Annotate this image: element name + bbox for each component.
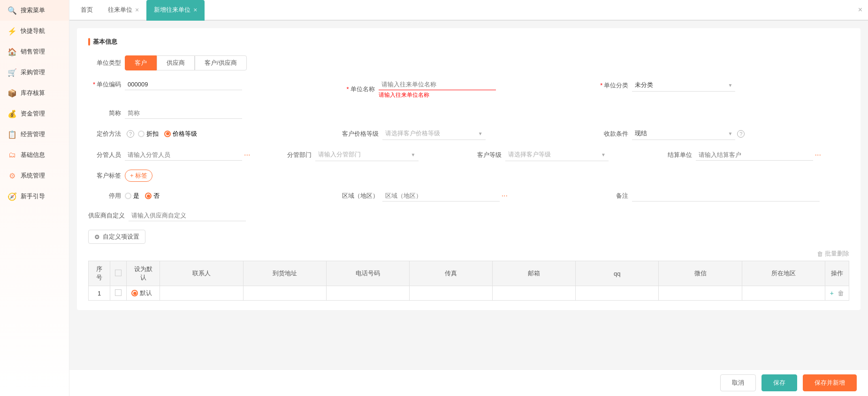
sidebar-item-quick-nav[interactable]: ⚡ 快捷导航 (0, 21, 69, 41)
sidebar-label-sales: 销售管理 (21, 47, 45, 56)
unit-name-error: 请输入往来单位名称 (379, 91, 596, 99)
search-icon: 🔍 (8, 6, 17, 15)
sidebar-item-basic-info[interactable]: 🗂 基础信息 (0, 145, 69, 165)
row-action: + 🗑 (825, 286, 849, 301)
region-table-input[interactable] (747, 290, 820, 297)
row-index: 1 (89, 286, 110, 301)
section-title-icon (88, 38, 90, 46)
qq-input[interactable] (580, 290, 654, 297)
manager-input[interactable] (125, 149, 242, 161)
custom-settings-btn[interactable]: ⚙ 自定义项设置 (88, 230, 145, 244)
batch-delete-icon: 🗑 (817, 250, 823, 257)
customer-level-select[interactable]: 请选择客户等级 ▼ (505, 148, 609, 161)
row-qq[interactable] (576, 286, 659, 301)
region-input[interactable] (382, 190, 500, 202)
unit-name-input[interactable] (379, 79, 496, 90)
select-all-checkbox[interactable] (115, 270, 122, 276)
email-input[interactable] (497, 290, 571, 297)
add-tag-label: + 标签 (130, 171, 147, 180)
phone-input[interactable] (331, 290, 404, 297)
row-wechat[interactable] (659, 286, 742, 301)
sidebar-item-inventory[interactable]: 📦 库存核算 (0, 83, 69, 103)
abbreviation-label: 简称 (88, 109, 121, 117)
col-wechat: 微信 (659, 261, 742, 286)
department-label: 分管部门 (279, 151, 312, 159)
customer-price-level-select[interactable]: 请选择客户价格等级 ▼ (382, 127, 486, 140)
disabled-radio-no[interactable]: 否 (145, 192, 160, 200)
sidebar-label-purchase: 采购管理 (21, 68, 45, 77)
payment-help-icon[interactable]: ? (737, 130, 745, 138)
row-checkbox[interactable] (110, 286, 127, 301)
department-select[interactable]: 请输入分管部门 ▼ (315, 148, 419, 161)
pricing-radio-discount-label: 折扣 (146, 130, 159, 138)
sidebar-item-system[interactable]: ⚙ 系统管理 (0, 165, 69, 186)
settlement-input[interactable] (696, 149, 813, 161)
save-button[interactable]: 保存 (761, 374, 797, 391)
sidebar-item-finance[interactable]: 💰 资金管理 (0, 103, 69, 124)
sidebar-item-search[interactable]: 🔍 搜索菜单 (0, 0, 69, 21)
batch-delete-label[interactable]: 批量删除 (825, 249, 849, 258)
row-action-icons: + 🗑 (830, 289, 844, 297)
tab-bar: 首页 往来单位 × 新增往来单位 × × (69, 0, 868, 21)
region-more-btn[interactable]: ··· (502, 192, 508, 200)
sidebar-item-operations[interactable]: 📋 经营管理 (0, 124, 69, 145)
payment-terms-select[interactable]: 现结 ▼ (632, 127, 735, 140)
tab-partners-close[interactable]: × (135, 7, 139, 13)
fax-input[interactable] (414, 290, 487, 297)
save-and-add-button[interactable]: 保存并新增 (803, 374, 857, 391)
pricing-help-icon[interactable]: ? (127, 130, 134, 138)
main-area: 首页 往来单位 × 新增往来单位 × × 基本信息 单位类型 客户 (69, 0, 868, 396)
unit-name-field: 单位名称 请输入往来单位名称 (342, 79, 596, 99)
manager-field: 分管人员 ··· (88, 149, 279, 161)
tab-new-partner-label: 新增往来单位 (154, 6, 190, 14)
unit-code-field: 单位编码 (88, 79, 342, 90)
code-name-category-row: 单位编码 单位名称 请输入往来单位名称 单位分类 未分类 (88, 79, 849, 99)
unit-code-input[interactable] (125, 79, 242, 90)
supplier-custom-input[interactable] (129, 210, 246, 221)
unit-type-btn-customer[interactable]: 客户 (125, 55, 157, 70)
pricing-radio-level[interactable]: 价格等级 (164, 130, 197, 138)
purchase-icon: 🛒 (8, 68, 17, 77)
add-row-icon[interactable]: + (830, 289, 834, 297)
add-tag-btn[interactable]: + 标签 (125, 170, 152, 182)
manager-more-btn[interactable]: ··· (244, 151, 250, 159)
supplier-custom-row: 供应商自定义 (88, 210, 849, 221)
unit-type-btn-supplier[interactable]: 供应商 (157, 55, 195, 70)
delete-row-icon[interactable]: 🗑 (838, 289, 844, 297)
tab-partners[interactable]: 往来单位 × (100, 0, 146, 21)
abbreviation-field: 简称 (88, 108, 849, 119)
row-phone[interactable] (326, 286, 409, 301)
sidebar-item-guide[interactable]: 🧭 新手引导 (0, 186, 69, 207)
tab-new-partner-close[interactable]: × (193, 7, 197, 13)
wechat-input[interactable] (663, 290, 737, 297)
col-action: 操作 (825, 261, 849, 286)
remarks-input[interactable] (632, 190, 820, 202)
window-close-icon[interactable]: × (858, 6, 862, 14)
price-level-dropdown-icon: ▼ (478, 131, 483, 136)
address-input[interactable] (248, 290, 321, 297)
disabled-radio-yes[interactable]: 是 (125, 192, 139, 200)
unit-category-select[interactable]: 未分类 ▼ (632, 79, 735, 92)
default-radio[interactable]: 默认 (131, 289, 155, 297)
disabled-label: 停用 (88, 192, 121, 200)
sales-icon: 🏠 (8, 47, 17, 56)
row-checkbox-item[interactable] (115, 289, 122, 296)
inventory-icon: 📦 (8, 88, 17, 98)
row-email[interactable] (493, 286, 576, 301)
abbreviation-input[interactable] (125, 108, 242, 119)
cancel-button[interactable]: 取消 (720, 374, 756, 391)
basic-info-icon: 🗂 (8, 150, 17, 160)
settlement-more-btn[interactable]: ··· (815, 151, 821, 159)
pricing-radio-discount-circle (138, 131, 145, 137)
row-fax[interactable] (409, 286, 492, 301)
contact-input[interactable] (165, 290, 238, 297)
tab-new-partner[interactable]: 新增往来单位 × (146, 0, 205, 21)
row-region[interactable] (742, 286, 825, 301)
sidebar-item-purchase[interactable]: 🛒 采购管理 (0, 62, 69, 83)
row-address[interactable] (243, 286, 326, 301)
pricing-radio-discount[interactable]: 折扣 (138, 130, 159, 138)
unit-type-btn-both[interactable]: 客户/供应商 (195, 55, 247, 70)
tab-home[interactable]: 首页 (73, 0, 100, 21)
row-contact[interactable] (160, 286, 243, 301)
sidebar-item-sales[interactable]: 🏠 销售管理 (0, 41, 69, 62)
